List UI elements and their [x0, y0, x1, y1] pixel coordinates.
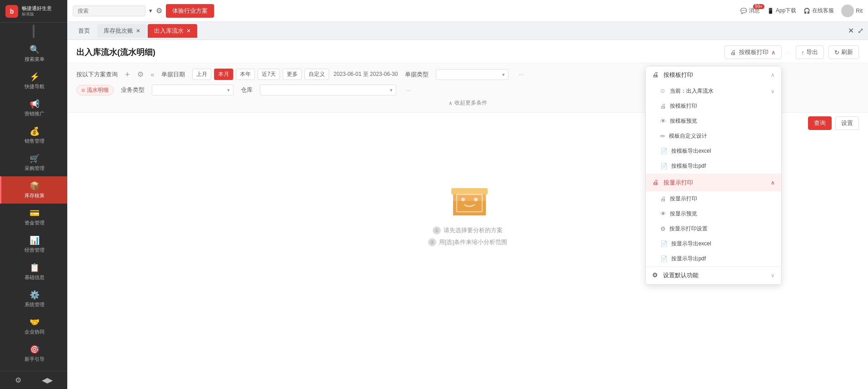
template-print-btn[interactable]: 🖨 按模板打印 ∧: [724, 45, 782, 59]
sidebar-item-quicknav[interactable]: ⚡ 快捷导航: [0, 67, 67, 95]
filter-scheme-label: 按以下方案查询: [76, 70, 118, 79]
chevron-down-icon: ▾: [149, 7, 152, 14]
date-custom-btn[interactable]: 自定义: [304, 69, 329, 80]
dp-excel-icon: 📄: [660, 148, 668, 155]
sidebar-item-collab[interactable]: 🤝 企业协同: [0, 313, 67, 340]
page-actions: 🖨 按模板打印 ∧ 🖨 按模板打印: [724, 45, 859, 59]
voucher-type-label: 单据类型: [405, 70, 429, 79]
printer-header-icon: 🖨: [652, 71, 658, 78]
sidebar-item-system[interactable]: ⚙️ 系统管理: [0, 285, 67, 313]
top-header: ▾ ⚙ 体验行业方案 💬 消息 99+ 📱 App下载 🎧 在线客服 Rit: [67, 0, 868, 22]
sidebar-item-marketing[interactable]: 📢 营销推广: [0, 95, 67, 122]
tab-flow-label: 出入库流水: [154, 27, 184, 35]
header-search-input[interactable]: [73, 5, 145, 16]
warehouse-more[interactable]: ···: [404, 87, 414, 94]
dp-default-header[interactable]: ⚙ 设置默认功能 ∨: [646, 267, 781, 284]
sidebar-label-basic: 基础信息: [25, 274, 45, 281]
dp-default-arrow: ∨: [771, 272, 775, 279]
empty-step1-text: 请先选择要分析的方案: [444, 226, 503, 234]
dp-template-header[interactable]: 🖨 按模板打印 ∧: [646, 66, 781, 84]
warehouse-label: 仓库: [241, 86, 253, 94]
online-service-btn[interactable]: 🎧 在线客服: [803, 7, 834, 15]
dp-display-preview-item[interactable]: 👁 按显示预览: [646, 206, 781, 221]
sidebar-item-basic[interactable]: 📋 基础信息: [0, 258, 67, 285]
dp-current-label: 当前：出入库流水: [670, 88, 713, 94]
date-7days-btn[interactable]: 近7天: [258, 69, 280, 80]
voucher-type-select[interactable]: [436, 69, 509, 80]
tab-home[interactable]: 首页: [72, 24, 96, 38]
sidebar-item-guide[interactable]: 🎯 新手引导: [0, 340, 67, 367]
dp-pdf-icon: 📄: [660, 163, 668, 170]
settings-footer-icon[interactable]: ⚙: [15, 376, 21, 384]
sidebar-item-sales[interactable]: 💰 销售管理: [0, 122, 67, 149]
empty-svg: [445, 170, 495, 220]
tab-flow-close[interactable]: ✕: [186, 28, 191, 34]
voucher-type-select-wrap: [436, 69, 509, 80]
display-printer-icon: 🖨: [652, 179, 658, 186]
tab-bar: 首页 库存批次账 ✕ 出入库流水 ✕ ✕ ⤢: [67, 22, 868, 40]
header-gear-icon[interactable]: ⚙: [156, 6, 162, 15]
date-this-year-btn[interactable]: 本年: [236, 69, 255, 80]
marketing-icon: 📢: [30, 99, 40, 109]
phone-icon: 📱: [767, 8, 774, 14]
dp-display-preview-icon: 👁: [660, 210, 666, 217]
dp-template-print-item[interactable]: 🖨 按模板打印: [646, 99, 781, 114]
dp-template-custom-item[interactable]: ✏ 模板自定义设计: [646, 129, 781, 144]
user-avatar-btn[interactable]: Rit: [841, 5, 863, 17]
export-icon: ↑: [802, 49, 805, 56]
tab-maximize-icon[interactable]: ⤢: [858, 26, 863, 35]
sidebar-item-apps[interactable]: 📱 应用中心: [0, 367, 67, 371]
export-btn[interactable]: ↑ 导出: [796, 45, 824, 59]
dp-display-header[interactable]: 🖨 按显示打印 ∧: [646, 174, 781, 191]
refresh-icon: ↻: [834, 49, 839, 56]
add-filter-btn[interactable]: +: [125, 70, 130, 79]
sidebar-item-purchase[interactable]: 🛒 采购管理: [0, 149, 67, 176]
default-settings-icon: ⚙: [652, 271, 658, 279]
voucher-type-more[interactable]: ···: [516, 71, 526, 78]
refresh-btn[interactable]: ↻ 刷新: [828, 45, 859, 59]
dp-template-preview-item[interactable]: 👁 按模板预览: [646, 114, 781, 129]
collapse-sidebar-icon[interactable]: ◀▶: [42, 376, 53, 384]
dp-template-label: 按模板打印: [663, 71, 693, 78]
dp-display-excel-item[interactable]: 📄 按显示导出excel: [646, 236, 781, 251]
header-dropdown-btn[interactable]: ▾: [149, 7, 152, 14]
sidebar-item-inventory[interactable]: 📦 库存核算: [0, 176, 67, 204]
dp-display-arrow: ∧: [771, 180, 775, 186]
filter-settings-btn[interactable]: ⚙: [137, 70, 144, 79]
query-btn[interactable]: 查询: [808, 116, 832, 130]
quicknav-icon: ⚡: [30, 72, 40, 82]
dp-template-pdf-item[interactable]: 📄 按模板导出pdf: [646, 159, 781, 174]
online-service-label: 在线客服: [812, 7, 834, 15]
app-download-btn[interactable]: 📱 App下载: [767, 7, 796, 15]
tab-close-all-icon[interactable]: ✕: [848, 26, 854, 35]
message-btn[interactable]: 💬 消息 99+: [740, 7, 760, 15]
tab-batch[interactable]: 库存批次账 ✕: [97, 24, 147, 38]
tab-batch-close[interactable]: ✕: [136, 28, 140, 34]
dp-display-print-item[interactable]: 🖨 按显示打印: [646, 191, 781, 206]
filter-collapse-btn[interactable]: «: [151, 71, 155, 78]
page-title: 出入库流水(流水明细): [76, 47, 155, 58]
sidebar-item-operations[interactable]: 📊 经营管理: [0, 231, 67, 258]
tab-flow[interactable]: 出入库流水 ✕: [148, 24, 197, 38]
biz-type-select[interactable]: [152, 85, 234, 95]
sidebar-item-search[interactable]: 🔍 搜索菜单: [0, 40, 67, 67]
date-filter-controls: 上月 本月 本年 近7天 更多 自定义 2023-06-01 至 2023-06…: [192, 69, 398, 80]
sidebar-label-finance: 资金管理: [25, 219, 45, 226]
dp-display-settings-item[interactable]: ⚙ 按显示打印设置: [646, 221, 781, 236]
dp-template-arrow: ∧: [771, 72, 775, 78]
date-this-month-btn[interactable]: 本月: [214, 69, 233, 80]
avatar: [841, 5, 854, 17]
svg-point-5: [474, 198, 478, 201]
dp-printer-icon: 🖨: [660, 103, 666, 110]
warehouse-select[interactable]: [260, 85, 396, 95]
dp-template-custom-label: 模板自定义设计: [669, 132, 707, 140]
date-last-month-btn[interactable]: 上月: [192, 69, 211, 80]
dp-display-pdf-item[interactable]: 📄 按显示导出pdf: [646, 251, 781, 266]
date-more-btn[interactable]: 更多: [283, 69, 302, 80]
settings-btn[interactable]: 设置: [835, 116, 859, 130]
dp-display-pdf-icon: 📄: [660, 255, 668, 262]
dp-template-excel-item[interactable]: 📄 按模板导出excel: [646, 144, 781, 159]
svg-point-4: [461, 198, 465, 201]
sidebar-item-finance[interactable]: 💳 资金管理: [0, 204, 67, 231]
trial-btn[interactable]: 体验行业方案: [166, 4, 214, 18]
